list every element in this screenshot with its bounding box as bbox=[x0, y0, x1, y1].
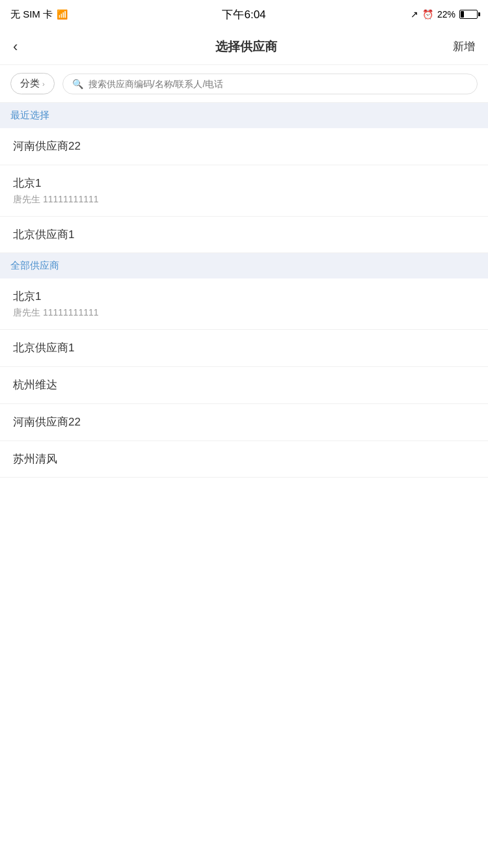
nav-bar: ‹ 选择供应商 新增 bbox=[0, 29, 488, 65]
item-name: 苏州清风 bbox=[13, 452, 475, 467]
item-detail: 唐先生 11111111111 bbox=[13, 307, 475, 319]
add-button[interactable]: 新增 bbox=[453, 39, 475, 54]
location-icon: ↗ bbox=[411, 9, 418, 20]
list-item[interactable]: 河南供应商22 bbox=[0, 128, 488, 165]
alarm-icon: ⏰ bbox=[422, 9, 433, 20]
status-left: 无 SIM 卡 📶 bbox=[10, 8, 68, 21]
recent-items-list: 河南供应商22北京1唐先生 11111111111北京供应商1 bbox=[0, 128, 488, 253]
battery-icon bbox=[459, 10, 478, 19]
category-label: 分类 bbox=[20, 77, 40, 90]
item-name: 北京1 bbox=[13, 176, 475, 191]
category-button[interactable]: 分类 › bbox=[10, 73, 55, 94]
battery-percent: 22% bbox=[437, 9, 455, 20]
item-detail: 唐先生 11111111111 bbox=[13, 194, 475, 206]
list-item[interactable]: 北京供应商1 bbox=[0, 217, 488, 254]
page-title: 选择供应商 bbox=[215, 38, 277, 55]
list-item[interactable]: 北京供应商1 bbox=[0, 330, 488, 367]
item-name: 北京1 bbox=[13, 289, 475, 305]
status-bar: 无 SIM 卡 📶 下午6:04 ↗ ⏰ 22% bbox=[0, 0, 488, 29]
item-name: 北京供应商1 bbox=[13, 340, 475, 356]
filter-bar: 分类 › 🔍 bbox=[0, 65, 488, 103]
wifi-icon: 📶 bbox=[57, 9, 68, 20]
list-item[interactable]: 北京1唐先生 11111111111 bbox=[0, 278, 488, 330]
status-time: 下午6:04 bbox=[222, 7, 265, 22]
chevron-right-icon: › bbox=[42, 80, 45, 88]
all-items-list: 北京1唐先生 11111111111北京供应商1杭州维达河南供应商22苏州清风 bbox=[0, 278, 488, 478]
list-item[interactable]: 杭州维达 bbox=[0, 367, 488, 404]
list-item[interactable]: 北京1唐先生 11111111111 bbox=[0, 165, 488, 217]
item-name: 北京供应商1 bbox=[13, 227, 475, 243]
sim-status: 无 SIM 卡 bbox=[10, 8, 53, 21]
item-name: 杭州维达 bbox=[13, 377, 475, 393]
all-section-header: 全部供应商 bbox=[0, 253, 488, 278]
search-box[interactable]: 🔍 bbox=[62, 74, 478, 94]
item-name: 河南供应商22 bbox=[13, 414, 475, 430]
recent-section-title: 最近选择 bbox=[10, 109, 49, 120]
list-item[interactable]: 苏州清风 bbox=[0, 441, 488, 478]
status-right: ↗ ⏰ 22% bbox=[411, 9, 478, 20]
all-section-title: 全部供应商 bbox=[10, 260, 59, 271]
back-button[interactable]: ‹ bbox=[13, 38, 39, 55]
search-icon: 🔍 bbox=[72, 79, 83, 89]
list-item[interactable]: 河南供应商22 bbox=[0, 404, 488, 441]
item-name: 河南供应商22 bbox=[13, 139, 475, 154]
search-input[interactable] bbox=[88, 79, 468, 89]
recent-section-header: 最近选择 bbox=[0, 103, 488, 128]
